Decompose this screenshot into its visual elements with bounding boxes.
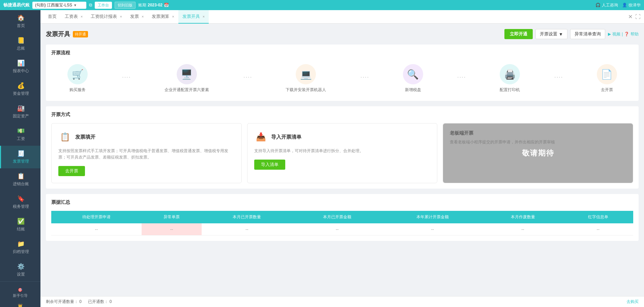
old-version-button[interactable]: 切到旧版 <box>115 2 136 9</box>
method-card-import[interactable]: 📥 导入开票清单 支持导入待开票清单，可对待开票清单进行拆分、合并处理。 导入清… <box>247 123 438 183</box>
method-icon-manual: 📋 <box>58 130 72 144</box>
sidebar-item-guide[interactable]: 🎯新手引导 <box>0 285 40 301</box>
page-content: 发票开具 待开通 立即开通 开票设置 ▼ 异常清单查询 ▶ 视频 | ❓ <box>40 24 644 296</box>
step-config-enterprise[interactable]: 🖥️企业开通配置开票六要素 <box>165 64 209 93</box>
summary-cell: -- <box>563 223 633 235</box>
bottom-bar: 剩余可开通数量： 0 已开通数： 0 去购买 <box>40 296 644 307</box>
invoice-methods-section: 开票方式 📋 发票填开 支持按照发票样式手工填开发票；可开具增值税电子普通发票、… <box>46 106 639 189</box>
page-header-actions: 立即开通 开票设置 ▼ 异常清单查询 ▶ 视频 | ❓ 帮助 <box>504 29 639 39</box>
step-open-invoice[interactable]: 📄去开票 <box>597 64 617 93</box>
sidebar-item-tax[interactable]: 🔖税务管理 <box>0 191 40 214</box>
tab-invoice-calc[interactable]: 发票测算× <box>148 10 178 24</box>
settlement-icon: ✅ <box>17 218 25 225</box>
video-help-link[interactable]: ▶ 视频 | ❓ 帮助 <box>608 31 639 37</box>
step-arrow-3: ‥‥ <box>457 71 466 86</box>
workspace-button[interactable]: 工作台 <box>95 2 112 9</box>
tab-close-invoice[interactable]: × <box>142 15 144 19</box>
step-config-printer[interactable]: 🖨️配置打印机 <box>500 64 520 93</box>
step-add-taxbox[interactable]: 🔍新增税盘 <box>403 64 423 93</box>
purchase-icon: 📋 <box>17 172 25 180</box>
summary-col-header: 红字信息单 <box>563 211 633 223</box>
method-desc-import: 支持导入待开票清单，可对待开票清单进行拆分、合并处理。 <box>254 148 431 154</box>
step-label-buy-service: 购买服务 <box>69 87 86 93</box>
summary-cell: -- <box>202 223 292 235</box>
salary-icon: 💵 <box>17 127 25 135</box>
method-title-import: 导入开票清单 <box>271 134 301 140</box>
separator: | <box>622 32 623 36</box>
method-header-manual: 📋 发票填开 <box>58 130 235 144</box>
method-btn-import[interactable]: 导入清单 <box>254 160 285 170</box>
summary-col-header: 待处理开票申请 <box>51 211 142 223</box>
step-label-config-enterprise: 企业开通配置开票六要素 <box>165 87 209 93</box>
summary-cell[interactable]: -- <box>142 223 202 235</box>
method-icon-import: 📥 <box>254 130 268 144</box>
process-steps: 🛒购买服务‥‥🖥️企业开通配置开票六要素‥‥💻下载并安装开票机器人‥‥🔍新增税盘… <box>51 61 633 95</box>
content-area: 首页工资表×工资统计报表×发票×发票测算×发票开具× ✕ ⛶ 发票开具 待开通 … <box>40 10 644 307</box>
open-settings-button[interactable]: 开票设置 ▼ <box>535 29 567 39</box>
tab-salary-table[interactable]: 工资表× <box>61 10 87 24</box>
tab-bar-actions: ✕ ⛶ <box>628 13 641 20</box>
abnormal-query-button[interactable]: 异常清单查询 <box>570 29 605 39</box>
remaining-value: 0 <box>79 299 82 304</box>
status-badge: 待开通 <box>73 31 88 37</box>
sidebar-item-reports[interactable]: 📊报表中心 <box>0 55 40 78</box>
close-all-icon[interactable]: ✕ <box>628 13 633 20</box>
tab-invoice[interactable]: 发票× <box>126 10 148 24</box>
step-buy-service[interactable]: 🛒购买服务 <box>67 64 88 93</box>
play-icon: ▶ <box>608 32 611 36</box>
go-buy-button[interactable]: 去购买 <box>626 299 639 305</box>
ledger-icon: 📒 <box>17 37 25 44</box>
methods-section-title: 开票方式 <box>51 112 633 118</box>
copy-icon[interactable]: ⧉ <box>89 2 92 8</box>
tab-close-invoice-open[interactable]: × <box>203 15 205 19</box>
method-cards: 📋 发票填开 支持按照发票样式手工填开发票；可开具增值税电子普通发票、增值税普通… <box>51 123 633 183</box>
coming-soon-text: 敬请期待 <box>522 148 554 158</box>
summary-col-header: 本年累计开票金额 <box>382 211 483 223</box>
period-icon[interactable]: 📅 <box>164 3 169 7</box>
company-dropdown-icon: ▼ <box>74 3 77 7</box>
method-card-manual[interactable]: 📋 发票填开 支持按照发票样式手工填开发票；可开具增值税电子普通发票、增值税普通… <box>51 123 242 183</box>
top-bar: 畅捷通易代账 (勾割) 江西服宝-LSS ▼ ⧉ 工作台 切到旧版 账期 202… <box>0 0 644 10</box>
step-download-robot[interactable]: 💻下载并安装开票机器人 <box>286 64 326 93</box>
sidebar-item-home[interactable]: 🏠首页 <box>0 10 40 33</box>
sidebar-item-funds[interactable]: 💰资金管理 <box>0 78 40 101</box>
open-now-button[interactable]: 立即开通 <box>504 29 533 39</box>
tab-salary-report[interactable]: 工资统计报表× <box>87 10 126 24</box>
app-logo: 畅捷通易代账 <box>3 2 30 8</box>
sidebar-item-ledger[interactable]: 📒总账 <box>0 33 40 55</box>
home-icon: 🏠 <box>17 14 25 22</box>
method-card-old: 老板端开票 查看老板端小程序提交的开票申请，并作出相应的开票审核 敬请期待 <box>443 123 633 183</box>
coming-soon-overlay: 敬请期待 <box>443 123 633 183</box>
sidebar-item-archive[interactable]: 📁归档管理 <box>0 236 40 259</box>
opened-value: 0 <box>110 299 112 304</box>
tab-home[interactable]: 首页 <box>44 10 61 24</box>
tab-close-salary-report[interactable]: × <box>120 15 122 19</box>
step-icon-config-printer: 🖨️ <box>500 64 520 84</box>
sidebar: 🏠首页📒总账📊报表中心💰资金管理🏭固定资产💵工资🧾发票管理📋进销台账🔖税务管理✅… <box>0 10 40 307</box>
period-label: 账期 2023-02 📅 <box>138 2 169 8</box>
company-selector[interactable]: (勾割) 江西服宝-LSS ▼ <box>32 2 86 9</box>
summary-cell: -- <box>292 223 382 235</box>
funds-icon: 💰 <box>17 82 25 89</box>
sidebar-item-settings[interactable]: ⚙️设置 <box>0 259 40 281</box>
method-header-import: 📥 导入开票清单 <box>254 130 431 144</box>
sidebar-item-settlement[interactable]: ✅结账 <box>0 214 40 236</box>
sidebar-item-member[interactable]: 👑畅会员 <box>0 301 40 307</box>
sidebar-item-invoice[interactable]: 🧾发票管理 <box>0 146 40 168</box>
step-label-download-robot: 下载并安装开票机器人 <box>286 87 326 93</box>
dropdown-icon: ▼ <box>559 32 563 37</box>
tab-close-invoice-calc[interactable]: × <box>172 15 174 19</box>
sidebar-item-salary[interactable]: 💵工资 <box>0 123 40 146</box>
help-icon: ❓ <box>624 32 629 36</box>
restore-icon[interactable]: ⛶ <box>635 14 641 20</box>
support-btn[interactable]: 🎧 人工咨询 <box>595 2 618 8</box>
sidebar-item-assets[interactable]: 🏭固定资产 <box>0 101 40 123</box>
tab-close-salary-table[interactable]: × <box>81 15 83 19</box>
user-info[interactable]: 👤 徐泽华 <box>622 2 641 8</box>
sidebar-item-purchase[interactable]: 📋进销台账 <box>0 168 40 191</box>
summary-col-header: 本月作废数量 <box>483 211 563 223</box>
process-section-title: 开票流程 <box>51 50 633 56</box>
tab-invoice-open[interactable]: 发票开具× <box>178 10 209 24</box>
guide-icon: 🎯 <box>18 288 23 292</box>
method-btn-manual[interactable]: 去开票 <box>58 166 85 176</box>
